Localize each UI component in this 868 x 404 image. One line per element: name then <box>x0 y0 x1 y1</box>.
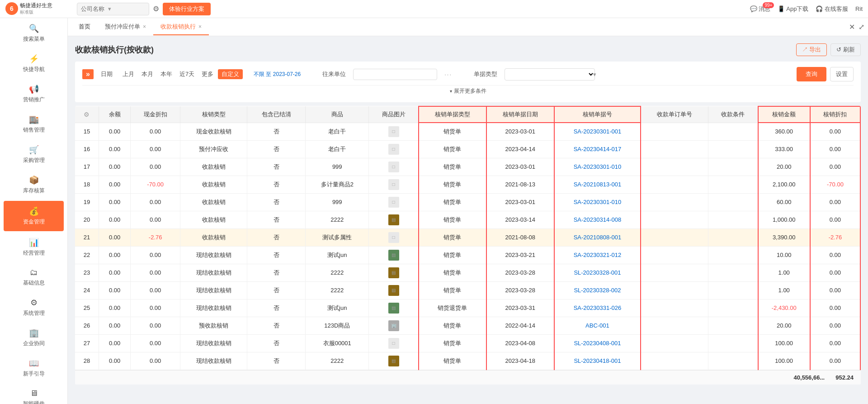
logo-text: 畅捷通好生意 <box>20 2 52 9</box>
td-product-img: □ <box>369 193 419 211</box>
td-doc-type: 销货单 <box>419 352 486 370</box>
th-doc-num: 核销单据号 <box>554 106 641 123</box>
product-img: ▤ <box>388 356 399 366</box>
td-writeoff-amount: 20.00 <box>758 158 810 176</box>
td-cash-discount: 0.00 <box>131 158 180 176</box>
td-receipt-cond <box>708 334 758 352</box>
refresh-btn[interactable]: ↺ 刷新 <box>830 43 861 56</box>
settings-btn[interactable]: 设置 <box>830 67 854 81</box>
th-settings[interactable]: ⚙ <box>75 106 99 123</box>
td-doc-num: SA-20210813-001 <box>554 176 641 193</box>
tab-close-all-btn[interactable]: ✕ <box>849 23 855 31</box>
td-include-settled: 否 <box>247 211 306 228</box>
td-writeoff-type: 收款核销 <box>180 228 247 246</box>
sidebar-item-system[interactable]: ⚙ 系统管理 <box>0 292 67 323</box>
company-selector[interactable]: 公司名称 ▾ <box>77 3 149 15</box>
partner-input[interactable] <box>353 69 437 80</box>
th-balance: 余额 <box>99 106 130 123</box>
td-include-settled: 否 <box>247 352 306 370</box>
tab-home[interactable]: 首页 <box>71 19 98 35</box>
tab-close-writeoff[interactable]: × <box>198 24 202 30</box>
td-receipt-order <box>641 158 708 176</box>
td-include-settled: 否 <box>247 334 306 352</box>
sidebar-item-sales[interactable]: 🏬 销售管理 <box>0 109 67 139</box>
filter-expand-btn[interactable]: » <box>82 69 94 79</box>
td-balance: 0.00 <box>99 123 130 140</box>
td-writeoff-amount: 1.00 <box>758 281 810 299</box>
page-content: 收款核销执行(按收款) ↗ 导出 ↺ 刷新 » 日期 <box>68 36 868 404</box>
message-btn[interactable]: 💬 99+ 消息 <box>750 5 771 13</box>
receipt-type-select[interactable] <box>505 68 595 81</box>
tab-close-prepay[interactable]: × <box>143 24 146 30</box>
tab-writeoff[interactable]: 收款核销执行 × <box>153 19 209 35</box>
table-row: 26 0.00 0.00 预收款核销 否 123D商品 🏢 销货单 2022-0… <box>75 317 860 334</box>
td-cash-discount: 0.00 <box>131 334 180 352</box>
expand-more-conditions[interactable]: ▾ 展开更多条件 <box>82 85 854 97</box>
industry-btn[interactable]: 体验行业方案 <box>163 3 211 15</box>
td-product-img: 🏢 <box>369 317 419 334</box>
th-doc-date: 核销单据日期 <box>486 106 554 123</box>
date-label: 日期 <box>101 70 113 78</box>
td-cash-discount: 0.00 <box>131 299 180 317</box>
td-doc-type: 销货单 <box>419 176 486 193</box>
export-btn[interactable]: ↗ 导出 <box>796 43 827 56</box>
th-writeoff-discount: 核销折扣 <box>810 106 860 123</box>
top-bar: 6 畅捷通好生意 标准版 公司名称 ▾ ⚙ 体验行业方案 💬 99+ 消息 📱 … <box>0 0 868 18</box>
td-receipt-cond <box>708 193 758 211</box>
date-btn-7days[interactable]: 近7天 <box>177 69 197 79</box>
date-btn-this-month[interactable]: 本月 <box>139 69 156 79</box>
table-row: 19 0.00 0.00 收款核销 否 999 □ 销货单 2023-03-01… <box>75 193 860 211</box>
chevron-down-icon: ▾ <box>593 71 596 78</box>
date-range: 不限 至 2023-07-26 <box>254 71 301 78</box>
td-writeoff-type: 现结收款核销 <box>180 299 247 317</box>
tab-prepay[interactable]: 预付冲应付单 × <box>98 19 153 35</box>
td-id: 18 <box>75 176 99 193</box>
date-btn-this-year[interactable]: 本年 <box>158 69 175 79</box>
sidebar-item-shortcut[interactable]: ⚡ 快捷导航 <box>0 48 67 79</box>
td-product: 123D商品 <box>306 317 369 334</box>
sidebar-item-inventory[interactable]: 📦 库存核算 <box>0 170 67 200</box>
table-footer: 40,556,66... 952.24 <box>75 370 861 385</box>
sidebar-item-marketing[interactable]: 📢 营销推广 <box>0 79 67 109</box>
td-include-settled: 否 <box>247 123 306 140</box>
service-btn[interactable]: 🎧 在线客服 <box>816 5 848 13</box>
td-balance: 0.00 <box>99 299 130 317</box>
logo-area: 6 畅捷通好生意 标准版 <box>5 2 73 15</box>
product-img: □ <box>388 232 399 243</box>
date-btn-custom[interactable]: 自定义 <box>218 69 243 79</box>
gear-button[interactable]: ⚙ <box>153 5 159 13</box>
tab-maximize-btn[interactable]: ⤢ <box>859 23 864 31</box>
sidebar-item-guide[interactable]: 📖 新手引导 <box>0 353 67 383</box>
partner-label: 往来单位 <box>322 70 346 78</box>
footer-total-discount: 952.24 <box>835 374 854 381</box>
app-download-btn[interactable]: 📱 App下载 <box>778 5 808 13</box>
td-receipt-cond <box>708 123 758 140</box>
query-btn[interactable]: 查询 <box>797 67 826 81</box>
sidebar-item-business[interactable]: 📊 经营管理 <box>0 232 67 262</box>
sidebar-item-enterprise[interactable]: 🏢 企业协同 <box>0 323 67 353</box>
td-writeoff-type: 现结收款核销 <box>180 352 247 370</box>
date-btn-more[interactable]: 更多 <box>199 69 216 79</box>
settings-icon: ⚙ <box>84 111 90 118</box>
sidebar-item-purchase[interactable]: 🛒 采购管理 <box>0 139 67 170</box>
sidebar-item-finance[interactable]: 💰 资金管理 <box>4 201 64 231</box>
sidebar-item-search[interactable]: 🔍 搜索菜单 <box>0 18 67 48</box>
sidebar-item-hardware[interactable]: 🖥 智能硬件 <box>0 383 67 404</box>
sidebar-item-basic[interactable]: 🗂 基础信息 <box>0 262 67 292</box>
app-layout: 🔍 搜索菜单 ⚡ 快捷导航 📢 营销推广 🏬 销售管理 🛒 采购管理 📦 库存核… <box>0 18 868 404</box>
date-btn-last-month[interactable]: 上月 <box>120 69 137 79</box>
td-product-img: ▤ <box>369 211 419 228</box>
td-receipt-order <box>641 123 708 140</box>
td-product-img: □ <box>369 158 419 176</box>
cart-icon: 🛒 <box>29 145 39 155</box>
td-doc-date: 2023-03-31 <box>486 299 554 317</box>
th-writeoff-amount: 核销金额 <box>758 106 810 123</box>
product-img: ▤ <box>388 267 399 278</box>
td-writeoff-type: 收款核销 <box>180 176 247 193</box>
th-include-settled: 包含已结清 <box>247 106 306 123</box>
user-area[interactable]: Rit <box>855 5 863 12</box>
td-include-settled: 否 <box>247 281 306 299</box>
td-doc-date: 2023-03-01 <box>486 193 554 211</box>
td-id: 19 <box>75 193 99 211</box>
gear-icon: ⚙ <box>30 298 38 308</box>
